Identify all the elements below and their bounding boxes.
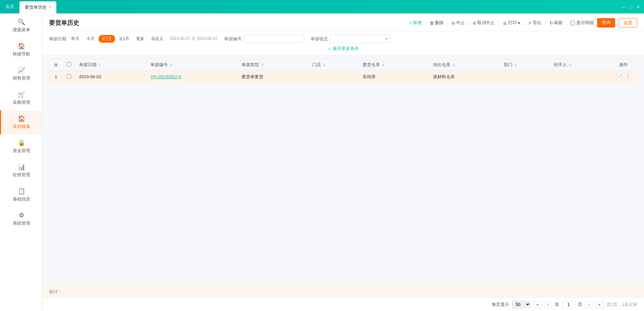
date-btn-7days[interactable]: 近7天 (99, 35, 115, 43)
settings-button[interactable]: 设置 (619, 18, 637, 28)
sidebar-item-quicknav[interactable]: 🏠 快捷导航 (0, 38, 42, 62)
display-detail-checkbox[interactable] (571, 21, 575, 25)
page-size-select[interactable]: 50 10 20 100 (512, 301, 531, 308)
date-btn-1month[interactable]: 近1月 (116, 35, 132, 43)
tab-home-label: 首页 (5, 4, 14, 10)
status-select[interactable] (330, 35, 390, 43)
row-check-cell[interactable] (63, 71, 75, 83)
new-button[interactable]: + 新增 (409, 20, 422, 26)
sidebar-item-search-label: 搜索菜单 (13, 27, 30, 33)
th-doc-type[interactable]: 单据类型 ⇅ (237, 59, 308, 71)
sidebar-item-inventory[interactable]: 🏠 库存核算 (0, 110, 42, 134)
toolbar: + 新增 | 🗑 删除 | ⊘ 中止 | ⊘ 取消中止 | 🖨 (409, 18, 637, 28)
th-handler[interactable]: 经手人 ⇅ (550, 59, 610, 71)
basic-icon: 📋 (18, 187, 25, 195)
stop-label: 中止 (456, 20, 465, 26)
close-window-button[interactable]: ✕ (636, 4, 640, 9)
table-row: 1 2023-06-02 YH-20230602-0 要货单要货 车间库 原材料… (49, 71, 637, 83)
select-all-checkbox[interactable] (67, 62, 71, 66)
delete-label: 删除 (435, 20, 444, 26)
refresh-label: 刷新 (554, 20, 563, 26)
date-filter-label: 单据日期 (49, 36, 66, 42)
row-edit-icon[interactable]: 📄 (616, 74, 623, 80)
display-detail-toggle[interactable]: 显示明细 (571, 20, 594, 26)
sidebar-item-sales[interactable]: 📈 销售管理 (0, 62, 42, 86)
row-doc-no-link[interactable]: YH-20230602-0 (150, 74, 181, 79)
sidebar-item-purchase[interactable]: 🛒 采购管理 (0, 86, 42, 110)
row-department (500, 71, 550, 83)
sidebar-item-operation-label: 经营管理 (13, 172, 30, 178)
print-button[interactable]: 🖨 打印 ▾ (503, 20, 520, 26)
th-doc-date[interactable]: 单据日期 ⇅ (75, 59, 147, 71)
first-page-button[interactable]: « (533, 301, 542, 308)
row-store (308, 71, 359, 83)
expand-conditions-button[interactable]: ✓ 展开更多条件 (328, 46, 359, 52)
date-range-display: 2023-05-27 至 2023-06-02 (170, 36, 217, 42)
row-req-warehouse: 车间库 (359, 71, 429, 83)
delete-button[interactable]: 🗑 删除 (430, 20, 444, 26)
th-handler-label: 经手人 (554, 62, 567, 67)
next-page-button[interactable]: › (585, 301, 592, 308)
tab-home[interactable]: 首页 (0, 0, 19, 13)
date-btn-more[interactable]: 更多 (133, 35, 147, 43)
refresh-button[interactable]: ↻ 刷新 (549, 20, 563, 26)
page-input[interactable] (562, 301, 575, 308)
date-btn-today[interactable]: 今天 (84, 35, 98, 43)
th-req-warehouse[interactable]: 要货仓库 ⇅ (359, 59, 429, 71)
refresh-icon: ↻ (549, 20, 553, 26)
th-doc-no[interactable]: 单据编号 ⇅ (146, 59, 237, 71)
last-page-button[interactable]: » (595, 301, 603, 308)
th-check[interactable] (63, 59, 75, 71)
stop-button[interactable]: ⊘ 中止 (451, 20, 465, 26)
row-doc-no[interactable]: YH-20230602-0 (146, 71, 237, 83)
th-settings[interactable]: ⚙ (49, 59, 63, 71)
sidebar-item-sales-label: 销售管理 (13, 75, 30, 81)
docno-filter-label: 单据编号 (224, 36, 241, 42)
date-btn-yesterday[interactable]: 昨天 (68, 35, 83, 43)
row-doc-date: 2023-06-02 (75, 71, 147, 83)
summary-label: 合计： (49, 289, 62, 295)
query-button[interactable]: 查询 (597, 18, 615, 28)
th-department[interactable]: 部门 ⇅ (500, 59, 550, 71)
sidebar-item-finance-label: 资金管理 (13, 148, 30, 154)
th-doc-date-label: 单据日期 (79, 62, 97, 67)
sidebar-item-finance[interactable]: 🔒 资金管理 (0, 134, 42, 159)
th-pending-warehouse-label: 待出仓库 (433, 62, 450, 67)
row-more-icon[interactable]: ⋮ (626, 74, 631, 80)
maximize-button[interactable]: □ (630, 4, 632, 9)
row-checkbox[interactable] (67, 74, 71, 79)
sidebar-item-operation[interactable]: 📊 经营管理 (0, 159, 42, 183)
page-title: 要货单历史 (49, 19, 79, 27)
th-ops: 操作 (610, 59, 637, 71)
close-tab-icon[interactable]: × (49, 5, 51, 10)
tab-history[interactable]: 要货单历史 × (19, 1, 56, 13)
sidebar-item-search[interactable]: 🔍 搜索菜单 (0, 13, 42, 38)
top-bar-right: — □ ✕ (621, 4, 644, 9)
sidebar-item-system[interactable]: ⚙ 系统管理 (0, 207, 42, 231)
sort-doc-no-icon: ⇅ (170, 63, 172, 67)
sidebar-item-inventory-label: 库存核算 (13, 124, 30, 130)
th-store[interactable]: 门店 ⇅ (308, 59, 359, 71)
docno-input[interactable] (244, 35, 304, 43)
docno-filter-group: 单据编号 (224, 35, 304, 43)
sidebar-item-basic-label: 基础信息 (13, 196, 30, 202)
cancel-stop-button[interactable]: ⊘ 取消中止 (473, 20, 495, 26)
export-button[interactable]: ↗ 导出 (528, 20, 541, 26)
prev-page-button[interactable]: ‹ (545, 301, 552, 308)
print-dropdown-icon: ▾ (518, 20, 520, 26)
print-icon: 🖨 (503, 20, 507, 26)
print-label: 打印 (508, 20, 517, 26)
table-area: ⚙ 单据日期 ⇅ 单据编号 ⇅ 单据类型 (42, 55, 644, 286)
sort-pending-warehouse-icon: ⇅ (452, 63, 455, 67)
th-ops-label: 操作 (619, 62, 628, 67)
sidebar: 🔍 搜索菜单 🏠 快捷导航 📈 销售管理 🛒 采购管理 🏠 库存核算 🔒 资金管… (0, 13, 42, 311)
jump-label: 第 (555, 302, 559, 308)
content-area: 要货单历史 + 新增 | 🗑 删除 | ⊘ 中止 | ⊘ 取消中止 | (42, 13, 644, 311)
th-pending-warehouse[interactable]: 待出仓库 ⇅ (429, 59, 500, 71)
minimize-button[interactable]: — (621, 4, 626, 9)
sidebar-item-basic[interactable]: 📋 基础信息 (0, 183, 42, 207)
th-doc-no-label: 单据编号 (150, 62, 168, 67)
date-btn-custom[interactable]: 自定义 (148, 35, 166, 43)
purchase-icon: 🛒 (18, 91, 25, 98)
export-label: 导出 (533, 20, 541, 26)
